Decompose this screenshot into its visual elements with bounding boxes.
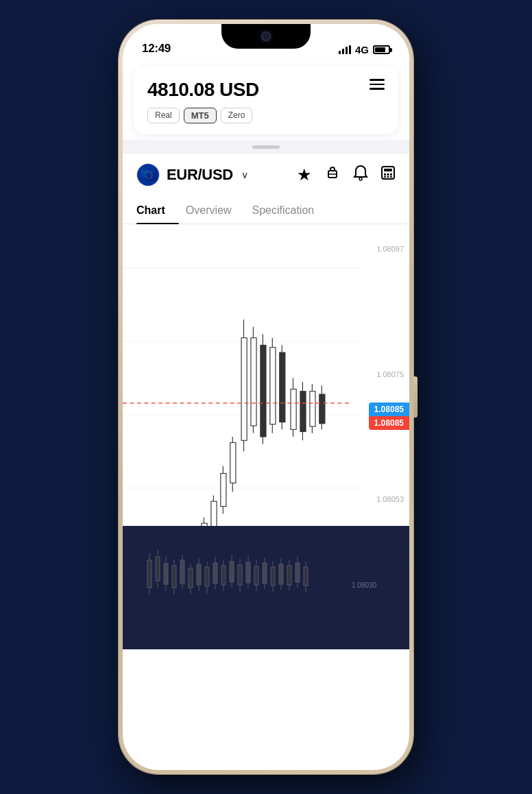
svg-rect-46 — [300, 392, 306, 432]
svg-rect-83 — [271, 567, 275, 586]
svg-rect-44 — [291, 389, 296, 430]
tab-chart[interactable]: Chart — [136, 197, 179, 224]
separator-pill — [252, 145, 280, 149]
tag-zero[interactable]: Zero — [221, 108, 253, 123]
svg-rect-38 — [261, 345, 266, 437]
svg-rect-40 — [270, 348, 276, 424]
svg-rect-50 — [319, 394, 325, 424]
svg-rect-34 — [241, 338, 247, 441]
phone-screen: 12:49 4G 4810.08 USD — [123, 24, 409, 770]
camera-dot — [261, 32, 271, 41]
instrument-actions: ★ — [297, 165, 396, 185]
chart-area: 1.08097 1.08075 1.08053 1.08030 — [123, 224, 409, 649]
separator-area — [123, 140, 409, 154]
svg-rect-81 — [263, 563, 267, 584]
phone-notch — [221, 24, 311, 49]
network-type: 4G — [355, 44, 369, 56]
hamburger-line-3 — [370, 88, 385, 90]
hamburger-line-2 — [370, 84, 385, 86]
account-header: 4810.08 USD — [147, 79, 385, 101]
svg-rect-59 — [172, 566, 176, 588]
battery-icon — [373, 45, 390, 54]
hamburger-line-1 — [370, 79, 385, 81]
dark-candles-svg: 1.08030 — [123, 526, 409, 649]
instrument-header: 🇪🇺 EUR/USD ∨ ★ — [123, 154, 409, 187]
svg-rect-5 — [384, 173, 386, 176]
svg-rect-57 — [164, 564, 168, 584]
bid-label: 1.08085 — [369, 416, 409, 430]
side-button — [413, 376, 418, 418]
tab-overview[interactable]: Overview — [186, 197, 245, 224]
svg-rect-10 — [390, 176, 392, 178]
svg-rect-69 — [213, 563, 217, 584]
svg-rect-7 — [390, 173, 392, 176]
svg-rect-6 — [387, 173, 389, 176]
svg-rect-63 — [189, 568, 193, 588]
ask-label: 1.08085 — [369, 402, 409, 416]
svg-rect-85 — [279, 564, 283, 584]
svg-rect-75 — [238, 565, 242, 585]
price-label-3: 1.08075 — [360, 370, 404, 378]
svg-rect-36 — [251, 338, 256, 426]
status-right: 4G — [339, 44, 390, 56]
svg-rect-91 — [304, 567, 308, 586]
svg-text:1.08030: 1.08030 — [352, 581, 377, 589]
bell-icon[interactable] — [353, 165, 368, 185]
account-balance: 4810.08 USD — [147, 79, 259, 101]
favorite-star-icon[interactable]: ★ — [297, 165, 312, 184]
svg-rect-32 — [230, 443, 236, 483]
svg-rect-89 — [295, 563, 300, 582]
svg-rect-48 — [310, 392, 315, 426]
price-label-4: 1.08053 — [360, 495, 404, 503]
svg-rect-71 — [221, 566, 226, 585]
phone-frame: 12:49 4G 4810.08 USD — [119, 20, 413, 774]
signal-bars — [339, 45, 351, 54]
account-tags: Real MT5 Zero — [147, 108, 385, 123]
svg-rect-53 — [147, 560, 152, 588]
svg-rect-30 — [221, 473, 226, 506]
svg-rect-73 — [230, 562, 234, 582]
instrument-left: 🇪🇺 EUR/USD ∨ — [136, 163, 248, 187]
svg-rect-4 — [384, 169, 392, 171]
calculator-icon[interactable] — [380, 165, 396, 184]
tabs-container: Chart Overview Specification — [123, 197, 409, 224]
svg-rect-9 — [387, 176, 389, 178]
svg-rect-87 — [287, 566, 291, 585]
tag-real[interactable]: Real — [147, 108, 180, 123]
svg-rect-67 — [205, 567, 209, 586]
chevron-down-icon[interactable]: ∨ — [241, 169, 248, 180]
svg-point-2 — [359, 178, 362, 180]
svg-rect-65 — [197, 564, 201, 585]
battery-fill — [375, 47, 385, 52]
signal-bar-2 — [342, 49, 344, 54]
chart-dark-area: 1.08030 — [123, 526, 409, 649]
tab-specification[interactable]: Specification — [252, 197, 328, 224]
svg-rect-55 — [156, 557, 160, 581]
svg-rect-77 — [246, 562, 250, 583]
svg-rect-79 — [254, 566, 258, 585]
bid-ask-container: 1.08085 1.08085 — [369, 402, 409, 430]
signal-bar-4 — [349, 45, 351, 54]
flag-emoji: 🇪🇺 — [137, 164, 159, 186]
svg-rect-61 — [180, 560, 184, 584]
svg-rect-8 — [384, 176, 386, 178]
signal-bar-3 — [346, 47, 348, 54]
svg-rect-42 — [280, 352, 285, 422]
hamburger-button[interactable] — [370, 79, 385, 90]
price-label-1: 1.08097 — [360, 245, 404, 253]
tag-mt5[interactable]: MT5 — [184, 108, 217, 123]
instrument-name: EUR/USD — [167, 166, 233, 184]
eu-flag-icon: 🇪🇺 — [136, 163, 160, 187]
briefcase-icon[interactable] — [324, 165, 341, 184]
account-card: 4810.08 USD Real MT5 Zero — [134, 67, 398, 134]
signal-bar-1 — [339, 51, 341, 54]
status-time: 12:49 — [142, 42, 171, 56]
